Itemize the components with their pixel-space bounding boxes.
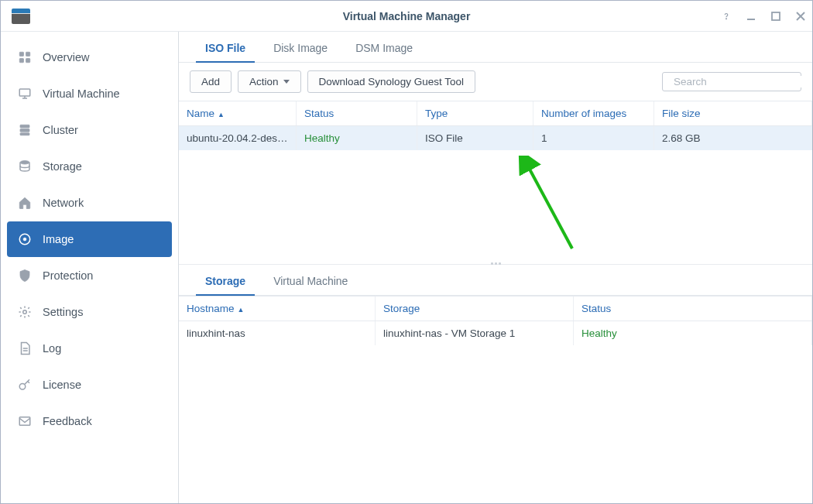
mail-icon — [16, 414, 33, 428]
title-bar: Virtual Machine Manager — [1, 1, 812, 32]
annotation-arrow — [518, 156, 588, 256]
sidebar-item-label: Settings — [43, 306, 83, 318]
help-button[interactable] — [721, 11, 732, 22]
shield-icon — [16, 269, 33, 283]
image-tabs: ISO FileDisk ImageDSM Image — [179, 32, 812, 63]
sidebar-item-label: Protection — [43, 269, 93, 282]
sidebar-item-network[interactable]: Network — [7, 185, 172, 221]
tab-dsm-image[interactable]: DSM Image — [341, 34, 427, 62]
sidebar-item-label: Overview — [43, 51, 89, 63]
col-hostname[interactable]: Hostname▲ — [179, 297, 376, 321]
sidebar-item-feedback[interactable]: Feedback — [7, 403, 172, 439]
gear-icon — [16, 305, 33, 319]
cell-hostname: linuxhint-nas — [179, 321, 376, 345]
sidebar-item-storage[interactable]: Storage — [7, 149, 172, 184]
cell-storage: linuxhint-nas - VM Storage 1 — [376, 321, 574, 345]
database-icon — [16, 159, 33, 173]
sidebar-item-label: Log — [43, 342, 61, 355]
detail-tabs: StorageVirtual Machine — [179, 265, 812, 296]
cell-name: ubuntu-20.04.2-des… — [179, 126, 297, 150]
add-button[interactable]: Add — [190, 70, 232, 93]
storage-table: Hostname▲ Storage Status linuxhint-nasli… — [179, 296, 812, 345]
svg-rect-8 — [26, 59, 30, 63]
cell-type: ISO File — [417, 126, 533, 150]
doc-icon — [16, 341, 33, 355]
svg-point-0 — [726, 18, 727, 19]
svg-point-18 — [23, 310, 27, 314]
sidebar-item-label: Image — [43, 233, 74, 245]
tab-disk-image[interactable]: Disk Image — [259, 34, 341, 62]
sidebar: OverviewVirtual MachineClusterStorageNet… — [1, 32, 179, 503]
svg-rect-13 — [20, 129, 29, 132]
sidebar-item-label: License — [43, 379, 81, 391]
image-table: Name▲ Status Type Number of images File … — [179, 101, 812, 150]
sidebar-item-label: Network — [43, 197, 84, 209]
cluster-icon — [16, 123, 33, 137]
sidebar-item-log[interactable]: Log — [7, 331, 172, 366]
sidebar-item-settings[interactable]: Settings — [7, 294, 172, 330]
svg-rect-6 — [26, 52, 30, 56]
svg-line-25 — [527, 165, 572, 249]
svg-rect-12 — [20, 125, 29, 128]
sidebar-item-overview[interactable]: Overview — [7, 39, 172, 75]
col-name[interactable]: Name▲ — [179, 101, 297, 125]
monitor-icon — [16, 87, 33, 101]
svg-point-21 — [19, 384, 26, 390]
sidebar-item-label: Storage — [43, 160, 82, 173]
sidebar-item-label: Virtual Machine — [43, 87, 120, 100]
sort-asc-icon: ▲ — [218, 111, 225, 118]
cell-status: Healthy — [574, 321, 812, 345]
table-row[interactable]: linuxhint-naslinuxhint-nas - VM Storage … — [179, 321, 812, 345]
download-guest-tool-button[interactable]: Download Synology Guest Tool — [307, 70, 475, 93]
svg-rect-2 — [772, 12, 780, 20]
chevron-down-icon — [283, 80, 290, 84]
house-icon — [16, 196, 33, 210]
sidebar-item-license[interactable]: License — [7, 367, 172, 403]
main-content: ISO FileDisk ImageDSM Image Add Action D… — [179, 32, 812, 503]
sidebar-item-label: Feedback — [43, 415, 92, 427]
search-input[interactable] — [662, 72, 801, 91]
col-file-size[interactable]: File size — [654, 101, 812, 125]
col-status[interactable]: Status — [574, 297, 812, 321]
cell-size: 2.68 GB — [654, 126, 812, 150]
sort-asc-icon: ▲ — [238, 306, 245, 314]
sidebar-item-protection[interactable]: Protection — [7, 258, 172, 293]
close-button[interactable] — [795, 11, 806, 22]
svg-point-17 — [23, 238, 26, 241]
col-status[interactable]: Status — [297, 101, 417, 125]
tab-virtual-machine[interactable]: Virtual Machine — [259, 267, 362, 295]
app-icon — [12, 9, 30, 24]
action-button[interactable]: Action — [238, 70, 301, 93]
col-storage[interactable]: Storage — [376, 297, 574, 321]
sidebar-item-cluster[interactable]: Cluster — [7, 112, 172, 148]
svg-rect-5 — [19, 52, 23, 56]
table-row[interactable]: ubuntu-20.04.2-des…HealthyISO File12.68 … — [179, 126, 812, 150]
search-input-field[interactable] — [674, 76, 804, 87]
svg-rect-9 — [19, 89, 30, 96]
svg-rect-7 — [19, 59, 23, 63]
maximize-button[interactable] — [770, 11, 781, 22]
key-icon — [16, 378, 33, 392]
sidebar-item-virtual-machine[interactable]: Virtual Machine — [7, 76, 172, 111]
svg-rect-14 — [20, 133, 29, 135]
pane-resize-handle[interactable] — [484, 262, 507, 267]
tab-iso-file[interactable]: ISO File — [191, 34, 259, 62]
cell-num: 1 — [533, 126, 654, 150]
svg-rect-22 — [19, 417, 30, 426]
sidebar-item-label: Cluster — [43, 124, 78, 136]
grid-icon — [16, 50, 33, 64]
tab-storage[interactable]: Storage — [191, 267, 259, 295]
col-type[interactable]: Type — [417, 101, 533, 125]
window-title: Virtual Machine Manager — [343, 10, 471, 22]
cell-status: Healthy — [297, 126, 417, 150]
sidebar-item-image[interactable]: Image — [7, 221, 172, 257]
minimize-button[interactable] — [746, 11, 756, 22]
col-num-images[interactable]: Number of images — [533, 101, 654, 125]
disc-icon — [16, 232, 33, 246]
toolbar: Add Action Download Synology Guest Tool — [179, 63, 812, 101]
svg-point-15 — [20, 161, 29, 165]
